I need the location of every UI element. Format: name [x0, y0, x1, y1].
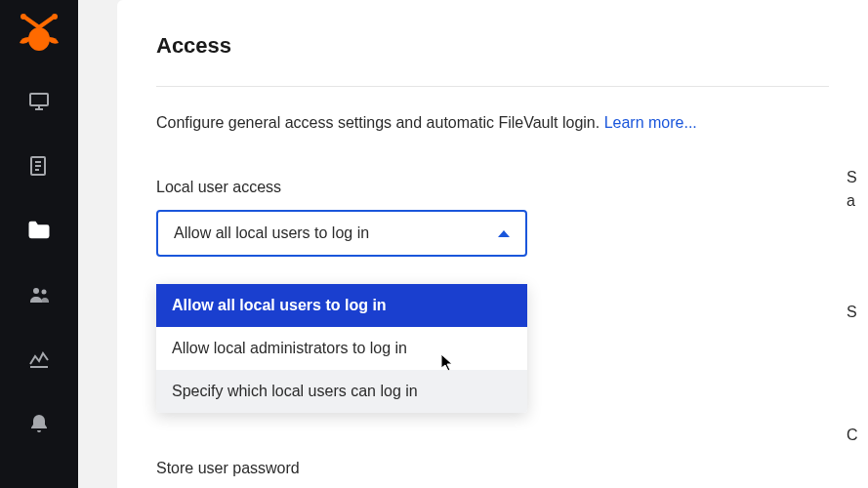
dropdown-option-allow-all[interactable]: Allow all local users to log in [156, 284, 527, 327]
document-icon[interactable] [20, 146, 59, 185]
select-value: Allow all local users to log in [174, 224, 369, 242]
dropdown-option-specify-users[interactable]: Specify which local users can log in [156, 370, 527, 413]
main-panel: Access Configure general access settings… [117, 0, 868, 488]
store-password-label: Store user password [156, 460, 829, 477]
svg-rect-3 [30, 94, 48, 105]
local-user-access-label: Local user access [156, 179, 829, 196]
page-title: Access [156, 33, 829, 59]
sidebar [0, 0, 78, 488]
divider [156, 86, 829, 87]
activity-icon[interactable] [20, 340, 59, 379]
fragment-text: S [847, 166, 868, 189]
svg-point-0 [28, 27, 50, 51]
svg-point-11 [42, 290, 47, 295]
fragment-text: a [847, 189, 868, 213]
logo-icon [16, 14, 62, 57]
svg-point-2 [52, 14, 58, 20]
page-description: Configure general access settings and au… [156, 114, 829, 132]
local-user-access-select[interactable]: Allow all local users to log in [156, 210, 527, 257]
dropdown-option-allow-admins[interactable]: Allow local administrators to log in [156, 327, 527, 370]
users-icon[interactable] [20, 275, 59, 314]
bell-icon[interactable] [20, 404, 59, 443]
fragment-text: S [847, 301, 868, 324]
monitor-icon[interactable] [20, 82, 59, 121]
local-user-access-dropdown: Allow all local users to log in Allow lo… [156, 284, 527, 413]
right-column-fragments: S a S C [847, 166, 868, 447]
svg-point-10 [33, 288, 39, 294]
folder-icon[interactable] [20, 211, 59, 250]
fragment-text: C [847, 424, 868, 447]
description-text: Configure general access settings and au… [156, 114, 604, 131]
chevron-up-icon [498, 230, 510, 237]
svg-point-1 [21, 14, 26, 20]
learn-more-link[interactable]: Learn more... [604, 114, 697, 131]
